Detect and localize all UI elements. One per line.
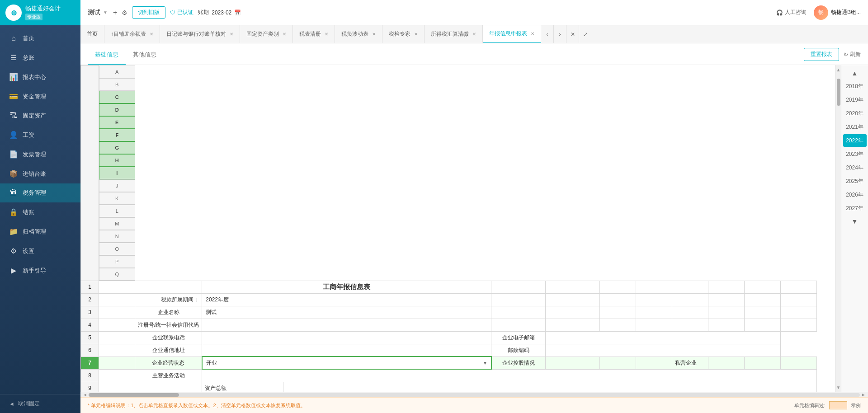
spreadsheet-wrapper[interactable]: A B C D E F G H I J <box>80 65 835 392</box>
cell-5-k[interactable] <box>546 331 781 344</box>
cell-3-b[interactable]: 企业名称 <box>135 306 202 319</box>
cell-2-p[interactable] <box>745 293 781 306</box>
title-dropdown-icon[interactable]: ▼ <box>103 10 108 15</box>
cell-4-c[interactable] <box>202 319 491 331</box>
sidebar-item-invoice[interactable]: 📄 发票管理 <box>0 145 80 164</box>
col-header-b[interactable]: B <box>99 78 135 91</box>
cell-2-j[interactable] <box>491 293 546 306</box>
cell-1-q[interactable] <box>781 281 817 293</box>
cell-3-j[interactable] <box>491 306 546 319</box>
sidebar-item-payroll[interactable]: 👤 工资 <box>0 125 80 145</box>
cell-7-j[interactable]: 企业控股情况 <box>491 357 546 369</box>
cell-1-l[interactable] <box>600 281 636 293</box>
cell-9-d[interactable] <box>283 382 817 392</box>
col-header-l[interactable]: L <box>99 205 135 217</box>
tab-tax-check-close[interactable]: ✕ <box>414 32 418 37</box>
col-header-q[interactable]: Q <box>99 268 135 281</box>
cell-7-c-dropdown[interactable]: 开业 ▼ <box>202 357 491 369</box>
tab-tax-income[interactable]: 所得税汇算清缴 ✕ <box>425 25 483 43</box>
cell-5-a[interactable] <box>99 331 135 344</box>
cell-6-j[interactable]: 邮政编码 <box>491 344 546 357</box>
cell-1-k[interactable] <box>546 281 600 293</box>
cell-1-j[interactable] <box>491 281 546 293</box>
tab-next-button[interactable]: › <box>554 25 566 43</box>
cell-3-q[interactable] <box>781 306 817 319</box>
cell-7-l[interactable] <box>600 357 636 369</box>
tab-prev-button[interactable]: ‹ <box>541 25 554 43</box>
cell-7-n[interactable]: 私营企业 <box>672 357 708 369</box>
year-item-2020[interactable]: 2020年 <box>843 107 867 120</box>
cell-3-l[interactable] <box>600 306 636 319</box>
col-header-i[interactable]: I <box>99 167 135 179</box>
tab-tax-wave-close[interactable]: ✕ <box>372 32 376 37</box>
cell-4-n[interactable] <box>672 319 708 331</box>
cell-7-p[interactable] <box>745 357 781 369</box>
year-item-2021[interactable]: 2021年 <box>843 121 867 133</box>
scroll-thumb-v[interactable] <box>837 79 840 106</box>
cell-6-a[interactable] <box>99 344 135 357</box>
sidebar-item-home[interactable]: ⌂ 首页 <box>0 29 80 48</box>
tab-home[interactable]: 首页 <box>80 25 104 43</box>
col-header-e[interactable]: E <box>99 116 135 129</box>
cell-4-a[interactable] <box>99 319 135 331</box>
tab-tax-form[interactable]: 税表清册 ✕ <box>293 25 335 43</box>
sidebar-item-newbie[interactable]: ▶ 新手引导 <box>0 261 80 280</box>
add-tab-icon[interactable]: + <box>113 9 117 17</box>
cell-1-p[interactable] <box>745 281 781 293</box>
vertical-scrollbar[interactable]: ▲ ▼ <box>835 65 841 392</box>
reset-report-button[interactable]: 重置报表 <box>804 48 839 61</box>
cell-1-n[interactable] <box>672 281 708 293</box>
cell-7-o[interactable] <box>708 357 745 369</box>
cell-7-m[interactable] <box>636 357 672 369</box>
cell-4-b[interactable]: 注册号/统一社会信用代码 <box>135 319 202 331</box>
year-item-2023[interactable]: 2023年 <box>843 148 867 160</box>
col-header-j[interactable]: J <box>99 179 135 192</box>
cell-2-o[interactable] <box>708 293 745 306</box>
scroll-right-button[interactable]: ► <box>860 392 867 397</box>
tab-fixed-assets-cat[interactable]: 固定资产类别 ✕ <box>240 25 293 43</box>
cell-5-b[interactable]: 企业联系电话 <box>135 331 202 344</box>
cell-5-c[interactable] <box>202 331 491 344</box>
cell-2-n[interactable] <box>672 293 708 306</box>
horizontal-scrollbar[interactable]: ◄ ► <box>80 392 868 397</box>
tab-aux-balance[interactable]: ↑目辅助余额表 ✕ <box>104 25 160 43</box>
cell-3-p[interactable] <box>745 306 781 319</box>
cell-7-a[interactable] <box>99 357 135 369</box>
cell-7-b[interactable]: 企业经营状态 <box>135 357 202 369</box>
cell-4-p[interactable] <box>745 319 781 331</box>
cell-title[interactable]: 工商年报信息表 <box>202 281 491 293</box>
cell-3-c[interactable]: 测试 <box>202 306 491 319</box>
year-item-2019[interactable]: 2019年 <box>843 94 867 106</box>
cell-3-m[interactable] <box>636 306 672 319</box>
cell-8-a[interactable] <box>99 369 135 382</box>
col-header-o[interactable]: O <box>99 243 135 255</box>
tab-tax-form-close[interactable]: ✕ <box>325 32 328 37</box>
support-button[interactable]: 🎧 人工咨询 <box>776 9 807 16</box>
refresh-button[interactable]: ↻ 刷新 <box>844 48 861 61</box>
cell-2-l[interactable] <box>600 293 636 306</box>
sidebar-item-assets[interactable]: 🏗 固定资产 <box>0 106 80 125</box>
calendar-icon[interactable]: 📅 <box>234 9 241 16</box>
tab-annual-report[interactable]: 年报信息申报表 ✕ <box>483 25 541 43</box>
cell-2-k[interactable] <box>546 293 600 306</box>
cell-6-k[interactable] <box>546 344 781 357</box>
cell-6-b[interactable]: 企业通信地址 <box>135 344 202 357</box>
scroll-left-button[interactable]: ◄ <box>81 392 89 397</box>
cell-2-c[interactable]: 2022年度 <box>202 293 491 306</box>
cell-asset-label[interactable]: 企业资产状况信息(币种：人民币万元) <box>135 382 202 392</box>
tab-aux-balance-close[interactable]: ✕ <box>150 32 153 37</box>
cell-5-j[interactable]: 企业电子邮箱 <box>491 331 546 344</box>
cell-3-a[interactable] <box>99 306 135 319</box>
switch-version-button[interactable]: 切到旧版 <box>132 6 165 19</box>
cell-1-a[interactable] <box>99 281 135 293</box>
cell-4-l[interactable] <box>600 319 636 331</box>
dropdown-arrow-icon[interactable]: ▼ <box>483 361 487 366</box>
cell-4-k[interactable] <box>546 319 600 331</box>
col-header-n[interactable]: N <box>99 230 135 243</box>
scroll-up-button[interactable]: ▲ <box>836 65 841 74</box>
scroll-thumb-h[interactable] <box>89 393 179 397</box>
sub-tab-basic[interactable]: 基础信息 <box>88 48 126 65</box>
cell-7-k[interactable] <box>546 357 600 369</box>
cell-4-q[interactable] <box>781 319 817 331</box>
cell-2-a[interactable] <box>99 293 135 306</box>
